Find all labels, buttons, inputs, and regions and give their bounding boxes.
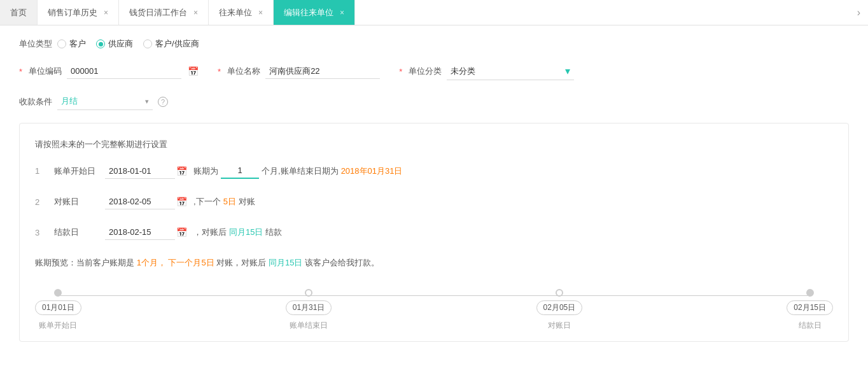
unit-code-input[interactable] — [67, 64, 181, 79]
unit-category-value: 未分类 — [451, 66, 563, 77]
row-3-desc: ，对账后 同月15日 结款 — [193, 227, 282, 238]
timeline-dot-0 — [54, 289, 62, 297]
timeline-nodes: 01月01日 账单开始日 01月31日 账单结束日 02月05日 对账日 02月… — [35, 289, 833, 331]
timeline-type-1: 账单结束日 — [290, 320, 328, 331]
row-2-desc-before: ,下一个 — [193, 196, 221, 208]
row-1-highlight: 2018年01月31日 — [341, 165, 403, 177]
preview-part1: 1个月， — [137, 258, 166, 267]
unit-name-star: * — [218, 67, 221, 76]
tab-sales-history-close[interactable]: × — [104, 8, 108, 17]
row-3-cal-icon[interactable]: 📅 — [176, 227, 187, 237]
row-3-date-input[interactable] — [105, 225, 175, 240]
tab-partner-units-close[interactable]: × — [258, 8, 263, 17]
unit-category-select[interactable]: 未分类 ▾ — [447, 62, 574, 80]
unit-code-field: * 单位编码 📅 — [19, 64, 199, 79]
settings-card: 请按照未来的一个完整帐期进行设置 1 账单开始日 📅 账期为 个月,账单结束日期… — [19, 123, 849, 342]
timeline-dot-2 — [556, 289, 563, 297]
setting-row-3: 3 结款日 📅 ，对账后 同月15日 结款 — [35, 225, 833, 240]
row-3-label: 结款日 — [54, 227, 105, 238]
row-2-desc: ,下一个 5日 对账 — [193, 196, 255, 208]
row-2-desc-after: 对账 — [239, 196, 255, 208]
timeline-type-0: 账单开始日 — [39, 320, 77, 331]
timeline-label-0: 01月01日 — [35, 300, 81, 315]
row-2-num: 2 — [35, 197, 54, 207]
unit-category-field: * 单位分类 未分类 ▾ — [399, 62, 574, 80]
row-1-num: 1 — [35, 166, 54, 176]
setting-row-2: 2 对账日 📅 ,下一个 5日 对账 — [35, 194, 833, 209]
tab-partner-units-label: 往来单位 — [219, 7, 252, 18]
timeline: 01月01日 账单开始日 01月31日 账单结束日 02月05日 对账日 02月… — [35, 283, 833, 331]
row-1-date-input[interactable] — [105, 164, 175, 179]
row-3-highlight: 同月15日 — [229, 227, 263, 238]
tab-edit-unit[interactable]: 编辑往来单位 × — [274, 0, 355, 25]
row-1-label: 账单开始日 — [54, 165, 105, 177]
tab-cash-work-close[interactable]: × — [193, 8, 198, 17]
radio-supplier[interactable]: 供应商 — [96, 38, 133, 50]
unit-category-star: * — [399, 67, 402, 76]
preview-text: 账期预览：当前客户账期是 1个月， 下一个月5日 对账，对账后 同月15日 该客… — [35, 255, 833, 270]
tabs-scroll-right[interactable]: › — [850, 0, 868, 25]
preview-part2: 下一个月5日 — [168, 258, 214, 267]
tab-cash-work[interactable]: 钱货日清工作台 × — [119, 0, 209, 25]
payment-terms-help[interactable]: ? — [158, 97, 168, 107]
unit-category-arrow: ▾ — [565, 65, 570, 77]
payment-terms-value: 月结 — [61, 95, 143, 107]
unit-code-star: * — [19, 67, 22, 76]
row-2-highlight1: 5日 — [223, 196, 236, 208]
row-1-desc-before: 账期为 — [193, 165, 218, 177]
tab-edit-unit-close[interactable]: × — [340, 8, 344, 17]
timeline-node-0: 01月01日 账单开始日 — [35, 289, 81, 331]
form-row-unit-type: 单位类型 客户 供应商 客户/供应商 — [19, 38, 849, 50]
payment-terms-arrow: ▾ — [145, 97, 149, 106]
unit-code-label: 单位编码 — [29, 66, 62, 77]
unit-name-field: * 单位名称 — [218, 64, 380, 79]
row-1-desc: 账期为 个月,账单结束日期为 2018年01月31日 — [193, 163, 402, 179]
payment-terms-field: 收款条件 月结 ▾ ? — [19, 93, 168, 110]
tab-sales-history-label: 销售订单历史 — [48, 7, 97, 18]
radio-customer-circle — [57, 39, 66, 48]
timeline-label-2: 02月05日 — [536, 300, 583, 315]
timeline-label-3: 02月15日 — [787, 300, 833, 315]
unit-category-label: 单位分类 — [409, 66, 442, 77]
tab-home[interactable]: 首页 — [0, 0, 38, 25]
preview-label: 账期预览：当前客户账期是 — [35, 258, 134, 267]
page-content: 单位类型 客户 供应商 客户/供应商 * 单位编码 — [0, 25, 868, 387]
radio-group-unit-type: 客户 供应商 客户/供应商 — [57, 38, 199, 50]
timeline-dot-3 — [806, 289, 814, 297]
tab-sales-history[interactable]: 销售订单历史 × — [38, 0, 119, 25]
unit-type-field: 单位类型 客户 供应商 客户/供应商 — [19, 38, 199, 50]
radio-customer[interactable]: 客户 — [57, 38, 86, 50]
row-3-num: 3 — [35, 228, 54, 237]
radio-both[interactable]: 客户/供应商 — [143, 38, 199, 50]
timeline-type-2: 对账日 — [548, 320, 571, 331]
timeline-type-3: 结款日 — [799, 320, 822, 331]
card-title: 请按照未来的一个完整帐期进行设置 — [35, 139, 833, 150]
row-2-date-input[interactable] — [105, 194, 175, 209]
row-3-desc-before: ，对账后 — [193, 227, 227, 238]
payment-terms-dropdown[interactable]: 月结 ▾ — [57, 93, 153, 110]
payment-terms-label: 收款条件 — [19, 96, 52, 108]
tab-cash-work-label: 钱货日清工作台 — [129, 7, 187, 18]
unit-type-label: 单位类型 — [19, 38, 52, 50]
timeline-label-1: 01月31日 — [286, 300, 332, 315]
radio-supplier-label: 供应商 — [108, 38, 133, 50]
tabs-bar: 首页 销售订单历史 × 钱货日清工作台 × 往来单位 × 编辑往来单位 × › — [0, 0, 868, 25]
radio-supplier-circle — [96, 39, 105, 48]
tab-home-label: 首页 — [10, 7, 27, 18]
unit-name-input[interactable] — [265, 64, 380, 79]
row-2-label: 对账日 — [54, 196, 105, 208]
row-1-cal-icon[interactable]: 📅 — [176, 166, 187, 176]
tab-edit-unit-label: 编辑往来单位 — [284, 7, 333, 18]
preview-mid: 对账，对账后 — [216, 258, 266, 267]
row-1-desc-after: 个月,账单结束日期为 — [262, 165, 339, 177]
tab-partner-units[interactable]: 往来单位 × — [209, 0, 274, 25]
radio-both-label: 客户/供应商 — [155, 38, 199, 50]
unit-name-label: 单位名称 — [227, 66, 260, 77]
unit-code-icon[interactable]: 📅 — [188, 66, 199, 76]
timeline-node-3: 02月15日 结款日 — [787, 289, 833, 331]
timeline-node-2: 02月05日 对账日 — [536, 289, 583, 331]
period-input[interactable] — [221, 163, 259, 179]
row-2-cal-icon[interactable]: 📅 — [176, 197, 187, 207]
form-row-payment: 收款条件 月结 ▾ ? — [19, 93, 849, 110]
preview-end: 该客户会给我打款。 — [305, 258, 379, 267]
